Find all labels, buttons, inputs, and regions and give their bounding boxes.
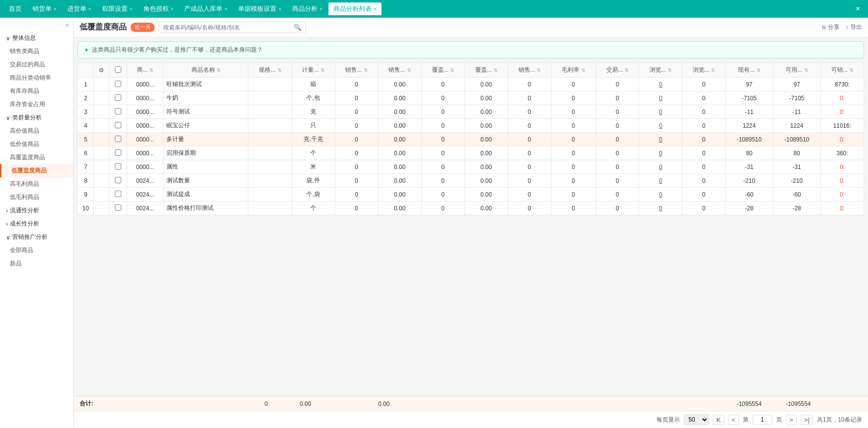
row-checkbox[interactable] [115, 81, 121, 87]
cell-check[interactable] [109, 146, 127, 160]
sidebar-section-marketing[interactable]: ∨ 营销推广分析 [0, 230, 73, 244]
cell-name[interactable]: 符号测试 [163, 105, 248, 119]
cell-b1[interactable]: 0 [639, 201, 682, 215]
nav-product-analysis-close[interactable]: × [320, 6, 323, 12]
cell-name[interactable]: 旺辅批次测试 [163, 78, 248, 91]
sidebar-item-high-margin[interactable]: 高毛利商品 [0, 177, 73, 191]
th-sell[interactable]: 可销... ⇅ [820, 63, 864, 78]
cell-check[interactable] [109, 91, 127, 105]
cell-check[interactable] [109, 78, 127, 91]
cell-b1[interactable]: 0 [639, 160, 682, 174]
th-b2[interactable]: 浏览... ⇅ [682, 63, 726, 78]
cell-b1[interactable]: 0 [639, 188, 682, 201]
nav-product-list-close[interactable]: × [374, 6, 377, 12]
sidebar-item-category-rate[interactable]: 商品分类动销率 [0, 71, 73, 85]
sidebar-item-high-value[interactable]: 高价值商品 [0, 124, 73, 138]
nav-product-list[interactable]: 商品分析列表 × [328, 2, 381, 15]
cell-b1[interactable]: 0 [639, 133, 682, 146]
cell-name[interactable]: 多计量 [163, 133, 248, 146]
sidebar-item-low-value[interactable]: 低价值商品 [0, 138, 73, 151]
nav-purchase-close[interactable]: × [88, 6, 91, 12]
th-gross[interactable]: 毛利率 ⇅ [551, 63, 596, 78]
th-s2[interactable]: 销售... ⇅ [378, 63, 421, 78]
nav-templates-close[interactable]: × [278, 6, 281, 12]
cell-name[interactable]: 属性价格打印测试 [163, 201, 248, 215]
row-checkbox[interactable] [115, 149, 121, 156]
th-spec[interactable]: 规格... ⇅ [248, 63, 292, 78]
sidebar-item-low-coverage[interactable]: 低覆盖度商品 [0, 164, 73, 177]
select-all-checkbox[interactable] [115, 66, 121, 73]
th-cur[interactable]: 现有... ⇅ [726, 63, 773, 78]
nav-purchase[interactable]: 进货单 × [62, 2, 96, 15]
th-s3[interactable]: 销售... ⇅ [508, 63, 551, 78]
cell-b1[interactable]: 0 [639, 105, 682, 119]
nav-production-close[interactable]: × [224, 6, 227, 12]
nav-roles[interactable]: 角色授权 × [138, 2, 179, 15]
cell-b1[interactable]: 0 [639, 91, 682, 105]
cell-check[interactable] [109, 160, 127, 174]
sidebar-item-all-goods[interactable]: 全部商品 [0, 244, 73, 257]
per-page-select[interactable]: 50 100 200 [684, 414, 709, 425]
cell-name[interactable]: 测试数量 [163, 174, 248, 188]
page-number-input[interactable] [753, 415, 772, 425]
cell-b1[interactable]: 0 [639, 146, 682, 160]
share-button[interactable]: ⎘ 分享 [822, 23, 840, 31]
nav-sales[interactable]: 销货单 × [27, 2, 61, 15]
row-checkbox[interactable] [115, 94, 121, 101]
search-input[interactable] [163, 24, 294, 31]
sidebar-section-circulation[interactable]: › 流通性分析 [0, 204, 73, 217]
sidebar-item-stock-capital[interactable]: 库存资金占用 [0, 98, 73, 111]
cell-check[interactable] [109, 119, 127, 133]
cell-check[interactable] [109, 201, 127, 215]
cell-name[interactable]: 眠宝公仔 [163, 119, 248, 133]
nav-sales-close[interactable]: × [54, 6, 56, 12]
nav-product-analysis[interactable]: 商品分析 × [287, 2, 327, 15]
cell-name[interactable]: 启用保质期 [163, 146, 248, 160]
cell-check[interactable] [109, 188, 127, 201]
settings-icon[interactable]: ⚙ [99, 67, 104, 74]
row-checkbox[interactable] [115, 177, 121, 183]
th-name[interactable]: 商品名称 ⇅ [163, 63, 248, 78]
cell-name[interactable]: 牛奶 [163, 91, 248, 105]
nav-production[interactable]: 产成品入库单 × [179, 2, 232, 15]
th-s1[interactable]: 销售... ⇅ [335, 63, 378, 78]
sidebar-item-low-margin[interactable]: 低毛利商品 [0, 191, 73, 204]
cell-check[interactable] [109, 105, 127, 119]
th-settings[interactable]: ⚙ [94, 63, 109, 78]
cell-check[interactable] [109, 174, 127, 188]
cell-b1[interactable]: 0 [639, 119, 682, 133]
nav-permissions[interactable]: 权限设置 × [97, 2, 137, 15]
table-container[interactable]: ⚙ 商... ⇅ 商品名称 ⇅ 规格... ⇅ 计量... ⇅ 销售... ⇅ … [78, 62, 864, 396]
sidebar-item-traded-goods[interactable]: 交易过的商品 [0, 58, 73, 71]
first-page-button[interactable]: K [713, 415, 724, 425]
row-checkbox[interactable] [115, 163, 121, 170]
nav-permissions-close[interactable]: × [130, 6, 133, 12]
sidebar-toggle[interactable]: « [0, 18, 73, 31]
cell-check[interactable] [109, 133, 127, 146]
row-checkbox[interactable] [115, 108, 121, 114]
cell-name[interactable]: 属性 [163, 160, 248, 174]
th-unit[interactable]: 计量... ⇅ [292, 63, 335, 78]
nav-roles-close[interactable]: × [171, 6, 174, 12]
sidebar-section-growth[interactable]: › 成长性分析 [0, 217, 73, 230]
sidebar-section-overall[interactable]: ∨ 整体信息 [0, 31, 73, 45]
row-checkbox[interactable] [115, 136, 121, 142]
window-close-button[interactable]: × [852, 2, 864, 15]
last-page-button[interactable]: >| [801, 415, 813, 425]
th-b1[interactable]: 浏览... ⇅ [639, 63, 682, 78]
th-trade[interactable]: 交易... ⇅ [596, 63, 639, 78]
sidebar-item-in-stock[interactable]: 有库存商品 [0, 85, 73, 98]
row-checkbox[interactable] [115, 204, 121, 211]
th-code[interactable]: 商... ⇅ [127, 63, 163, 78]
date-badge[interactable]: 近一月 [131, 23, 155, 32]
th-avail[interactable]: 可用... ⇅ [773, 63, 821, 78]
sidebar-item-high-coverage[interactable]: 高覆盖度商品 [0, 151, 73, 164]
row-checkbox[interactable] [115, 122, 121, 128]
sidebar-section-cluster[interactable]: ∨ 类群量分析 [0, 111, 73, 124]
sidebar-item-new-goods[interactable]: 新品 [0, 257, 73, 270]
th-c2[interactable]: 覆盖... ⇅ [464, 63, 508, 78]
prev-page-button[interactable]: < [728, 415, 739, 425]
cell-name[interactable]: 测试提成 [163, 188, 248, 201]
cell-b1[interactable]: 0 [639, 78, 682, 91]
row-checkbox[interactable] [115, 191, 121, 197]
